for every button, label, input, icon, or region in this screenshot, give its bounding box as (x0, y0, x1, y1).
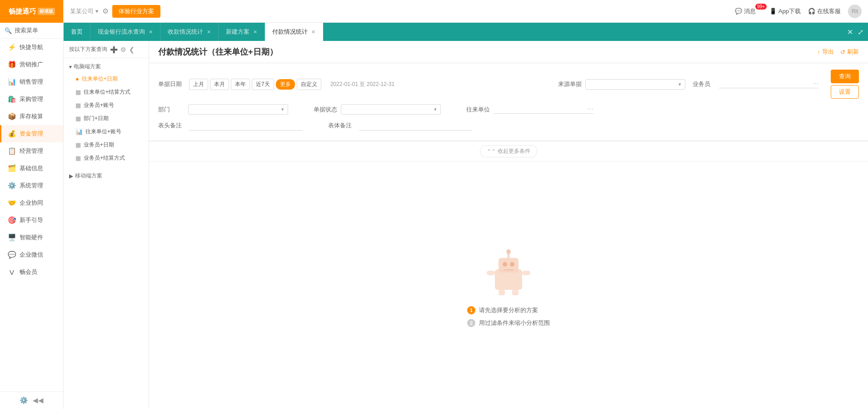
date-this-month-btn[interactable]: 本月 (210, 79, 229, 90)
refresh-btn[interactable]: ↺ 刷新 (840, 48, 859, 56)
doc-status-select[interactable]: ▾ (341, 104, 441, 115)
export-btn[interactable]: ↑ 导出 (818, 48, 834, 56)
app-download-label: App下载 (778, 7, 801, 15)
remark-body-input[interactable] (359, 120, 473, 131)
message-badge: 99+ (755, 4, 767, 10)
scheme-item-partner-account[interactable]: 📊 往来单位+账号 (64, 125, 149, 138)
main-content: 付款情况统计（往来单位+日期） ↑ 导出 ↺ 刷新 单据日期 (149, 41, 868, 409)
scheme-mobile-group-title[interactable]: ▶ 移动端方案 (64, 170, 149, 182)
dept-select[interactable]: ▾ (188, 104, 288, 115)
query-btn[interactable]: 查询 (831, 70, 859, 83)
salesman-select[interactable]: ··· (719, 80, 819, 88)
source-label: 来源单据 (558, 80, 582, 88)
export-label: 导出 (822, 48, 834, 56)
inventory-icon: 📦 (8, 112, 16, 121)
scheme-settings-icon[interactable]: ⚙ (120, 46, 126, 53)
sidebar-item-member[interactable]: V 畅会员 (0, 263, 63, 281)
sidebar-label: 采购管理 (20, 95, 43, 103)
operation-icon: 📋 (8, 147, 16, 155)
settings-btn[interactable]: 设置 (831, 85, 859, 99)
remark-header-input[interactable] (189, 120, 303, 131)
tab-payment-stats[interactable]: 收款情况统计 ✕ (160, 23, 219, 41)
date-label: 单据日期 (158, 80, 182, 88)
sales-icon: 📊 (8, 78, 16, 86)
collapse-more-section: ⌃⌃ 收起更多条件 (149, 141, 868, 161)
svg-rect-9 (522, 271, 530, 275)
refresh-icon: ↺ (840, 49, 845, 56)
scheme-add-icon[interactable]: ➕ (110, 46, 118, 53)
online-service-action[interactable]: 🎧 在线客服 (808, 7, 841, 15)
app-icon: 📱 (769, 8, 777, 15)
date-custom-btn[interactable]: 自定义 (297, 79, 321, 90)
salesman-dots: ··· (813, 80, 819, 86)
user-avatar[interactable]: Rit (848, 5, 862, 18)
sidebar-item-sales[interactable]: 📊 销售管理 (0, 73, 63, 91)
sidebar-item-system[interactable]: ⚙️ 系统管理 (0, 177, 63, 194)
service-icon: 🎧 (808, 8, 815, 15)
tab-new-scheme-close[interactable]: ✕ (253, 29, 257, 35)
tab-new-scheme[interactable]: 新建方案 ✕ (219, 23, 265, 41)
chevron-right-icon: ▶ (69, 173, 73, 179)
sidebar-item-wechat[interactable]: 💬 企业微信 (0, 246, 63, 263)
version-badge: 标准版 (38, 8, 55, 15)
content-area: 按以下方案查询 ➕ ⚙ ❮ ▾ 电脑端方案 ● 往来单位+日期 ▦ 往来单位+结… (64, 41, 868, 409)
scheme-panel: 按以下方案查询 ➕ ⚙ ❮ ▾ 电脑端方案 ● 往来单位+日期 ▦ 往来单位+结… (64, 41, 149, 409)
collapse-sidebar-icon[interactable]: ◀◀ (33, 396, 44, 404)
sidebar-label: 智能硬件 (20, 233, 43, 242)
sidebar-item-guide[interactable]: 🎯 新手引导 (0, 212, 63, 229)
sidebar-search[interactable]: 🔍 搜索菜单 (0, 23, 63, 39)
scheme-pc-group-title[interactable]: ▾ 电脑端方案 (64, 61, 149, 72)
app-download-action[interactable]: 📱 App下载 (769, 7, 801, 15)
filter-row-1: 单据日期 上月 本月 本年 近7天 更多 自定义 2022-01-01 至 20… (158, 70, 859, 99)
tab-bank-flow[interactable]: 现金银行流水查询 ✕ (90, 23, 160, 41)
search-icon: 🔍 (5, 27, 12, 34)
tab-bank-flow-close[interactable]: ✕ (149, 29, 153, 35)
sidebar-label: 基础信息 (20, 164, 43, 172)
message-action[interactable]: 💬 消息 99+ (735, 7, 762, 15)
sidebar-label: 畅会员 (20, 268, 37, 276)
topbar-settings-icon[interactable]: ⚙ (102, 7, 109, 15)
scheme-collapse-icon[interactable]: ❮ (129, 46, 135, 53)
scheme-item-icon: ▦ (75, 102, 81, 109)
tab-payment-out-stats-label: 付款情况统计 (272, 28, 308, 36)
tab-payment-out-stats-close[interactable]: ✕ (311, 29, 315, 35)
scheme-item-partner-payment[interactable]: ▦ 往来单位+结算方式 (64, 86, 149, 99)
partner-select[interactable]: ··· (494, 106, 594, 114)
tab-close-all-icon[interactable]: ✕ (847, 28, 853, 36)
pc-group-label: 电脑端方案 (74, 63, 101, 71)
sidebar-item-inventory[interactable]: 📦 库存核算 (0, 108, 63, 125)
tab-maximize-icon[interactable]: ⤢ (858, 28, 863, 36)
date-more-btn[interactable]: 更多 (276, 79, 295, 90)
sidebar-item-quick-nav[interactable]: ⚡ 快捷导航 (0, 39, 63, 56)
scheme-header-title: 按以下方案查询 (69, 45, 107, 53)
salesman-label: 业务员 (693, 80, 715, 88)
scheme-item-salesman-account[interactable]: ▦ 业务员+账号 (64, 99, 149, 112)
sidebar-item-enterprise[interactable]: 🤝 企业协同 (0, 194, 63, 212)
sidebar-item-operation[interactable]: 📋 经营管理 (0, 142, 63, 160)
sidebar-item-hardware[interactable]: 🖥️ 智能硬件 (0, 229, 63, 246)
date-last-7-days-btn[interactable]: 近7天 (252, 79, 274, 90)
settings-gear-icon[interactable]: ⚙️ (20, 396, 28, 404)
tab-payment-out-stats[interactable]: 付款情况统计 ✕ (265, 23, 323, 41)
source-select[interactable]: ▾ (585, 79, 685, 90)
sidebar-item-basic-info[interactable]: 🗂️ 基础信息 (0, 160, 63, 177)
funds-icon: 💰 (8, 130, 16, 138)
trial-btn[interactable]: 体验行业方案 (112, 5, 160, 18)
tab-payment-stats-close[interactable]: ✕ (207, 29, 211, 35)
scheme-item-salesman-date[interactable]: ▦ 业务员+日期 (64, 138, 149, 151)
scheme-chart-icon: 📊 (75, 128, 83, 135)
sidebar-item-marketing[interactable]: 🎁 营销推广 (0, 56, 63, 73)
empty-state: 1 请先选择要分析的方案 2 用过滤条件来缩小分析范围 (149, 162, 868, 409)
date-last-month-btn[interactable]: 上月 (189, 79, 208, 90)
scheme-item-salesman-payment[interactable]: ▦ 业务员+结算方式 (64, 151, 149, 165)
sidebar-item-purchase[interactable]: 🛍️ 采购管理 (0, 91, 63, 108)
collapse-more-btn[interactable]: ⌃⌃ 收起更多条件 (480, 145, 537, 157)
company-name[interactable]: 某某公司 ▾ (70, 7, 99, 15)
scheme-item-dept-date[interactable]: ▦ 部门+日期 (64, 112, 149, 125)
scheme-item-partner-date[interactable]: ● 往来单位+日期 (64, 72, 149, 86)
date-this-year-btn[interactable]: 本年 (231, 79, 250, 90)
wechat-icon: 💬 (8, 251, 16, 259)
tab-home[interactable]: 首页 (64, 23, 90, 41)
svg-point-3 (510, 262, 514, 267)
sidebar-item-funds[interactable]: 💰 资金管理 (0, 125, 63, 142)
